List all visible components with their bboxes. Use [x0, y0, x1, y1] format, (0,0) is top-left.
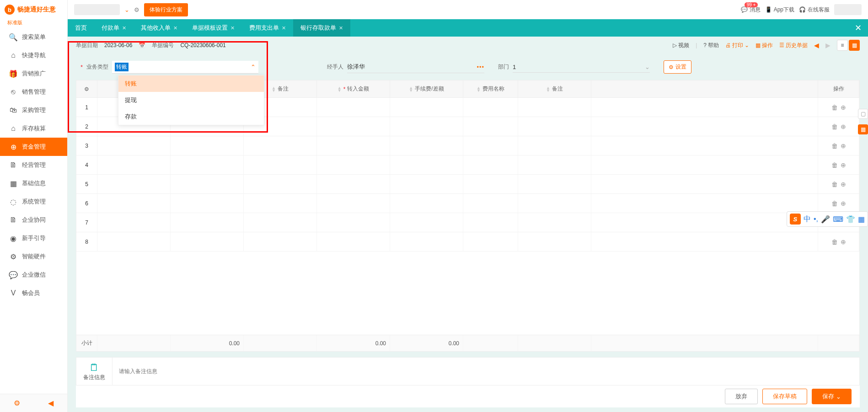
delete-icon[interactable]: 🗑	[831, 238, 838, 246]
th-fee[interactable]: ▲▼手续费/差额	[390, 80, 463, 97]
delete-icon[interactable]: 🗑	[831, 200, 838, 207]
messages-link[interactable]: 99 + 💬消息	[741, 6, 761, 14]
nav-quicknav[interactable]: ⌂快捷导航	[0, 46, 67, 64]
nav-sales[interactable]: ⎋销售管理	[0, 83, 67, 101]
add-icon[interactable]: ⊕	[841, 123, 846, 130]
chevron-down-icon[interactable]: ⌄	[124, 6, 129, 13]
nav-search-menu[interactable]: 🔍搜索菜单	[0, 28, 67, 46]
nav-operation[interactable]: 🗎经营管理	[0, 156, 67, 174]
calendar-icon[interactable]: 📅	[139, 42, 145, 48]
user-avatar-blurred[interactable]	[834, 4, 862, 15]
tab-payment[interactable]: 付款单✕	[94, 19, 134, 37]
nav-wechat[interactable]: 💬企业微信	[0, 266, 67, 284]
dropdown-option-withdraw[interactable]: 提现	[118, 92, 264, 108]
table-row[interactable]: 8🗑⊕	[76, 232, 859, 251]
nav-inventory[interactable]: ⌂库存核算	[0, 119, 67, 138]
help-link[interactable]: ?帮助	[703, 42, 719, 49]
ime-keyboard-icon[interactable]: ⌨	[833, 215, 843, 224]
settings-icon[interactable]: ⚙	[14, 399, 20, 407]
add-icon[interactable]: ⊕	[841, 161, 846, 169]
dropdown-option-deposit[interactable]: 存款	[118, 108, 264, 125]
add-icon[interactable]: ⊕	[841, 104, 846, 111]
company-selector-blurred[interactable]	[74, 4, 120, 15]
delete-icon[interactable]: 🗑	[831, 104, 838, 111]
abandon-button[interactable]: 放弃	[725, 389, 758, 404]
remark-input[interactable]	[112, 358, 859, 385]
tab-other-income[interactable]: 其他收入单✕	[134, 19, 185, 37]
nav-member[interactable]: V畅会员	[0, 284, 67, 302]
tab-home[interactable]: 首页	[68, 19, 94, 37]
add-icon[interactable]: ⊕	[841, 142, 846, 150]
nav-system[interactable]: ◌系统管理	[0, 193, 67, 211]
dept-input[interactable]: 1 ⌄	[513, 62, 650, 73]
table-row[interactable]: 7🗑⊕	[76, 213, 859, 232]
settings-button[interactable]: ⚙设置	[664, 60, 691, 74]
handler-input[interactable]: 徐泽华 •••	[347, 61, 484, 73]
ime-mic-icon[interactable]: 🎤	[821, 215, 830, 224]
print-link[interactable]: 🖨打印⌄	[725, 42, 749, 49]
th-gear[interactable]: ⚙	[76, 80, 97, 97]
app-download-link[interactable]: 📱App下载	[765, 6, 794, 14]
grid-view-icon[interactable]: ▦	[849, 40, 860, 51]
doc-date-value[interactable]: 2023-06-06	[104, 42, 132, 48]
dock-item-1[interactable]: ▢	[858, 109, 868, 119]
nav-marketing[interactable]: 🎁营销推广	[0, 64, 67, 83]
close-icon[interactable]: ✕	[339, 25, 343, 31]
save-button[interactable]: 保存⌄	[812, 389, 852, 404]
prev-doc-icon[interactable]: ◀	[814, 42, 819, 49]
ime-toolbar[interactable]: S 中 •, 🎤 ⌨ 👕 ▦	[787, 211, 868, 227]
view-toggle: ≡ ▦	[837, 40, 860, 51]
add-icon[interactable]: ⊕	[841, 181, 846, 188]
nav-enterprise[interactable]: 🗎企业协同	[0, 211, 67, 229]
th-remark2[interactable]: ▲▼备注	[518, 80, 591, 97]
more-icon[interactable]: •••	[477, 64, 484, 70]
tab-expense[interactable]: 费用支出单✕	[242, 19, 293, 37]
close-icon[interactable]: ✕	[122, 25, 126, 31]
biz-type-select[interactable]: 转账 ⌃	[112, 61, 258, 74]
add-icon[interactable]: ⊕	[841, 238, 846, 246]
delete-icon[interactable]: 🗑	[831, 181, 838, 188]
table-row[interactable]: 3🗑⊕	[76, 136, 859, 155]
dropdown-option-transfer[interactable]: 转账	[118, 75, 264, 92]
delete-icon[interactable]: 🗑	[831, 161, 838, 169]
remark-label-area: 🗒 备注信息	[76, 362, 112, 381]
close-icon[interactable]: ✕	[230, 25, 235, 31]
gear-icon[interactable]: ⚙	[134, 6, 139, 13]
th-in-amount[interactable]: ▲▼*转入金额	[317, 80, 390, 97]
nav-list: 🔍搜索菜单 ⌂快捷导航 🎁营销推广 ⎋销售管理 🛍采购管理 ⌂库存核算 ⊕资金管…	[0, 28, 67, 394]
nav-basicinfo[interactable]: ▦基础信息	[0, 174, 67, 193]
online-cs-link[interactable]: 🎧在线客服	[799, 6, 830, 14]
list-view-icon[interactable]: ≡	[837, 40, 848, 51]
close-icon[interactable]: ✕	[282, 25, 286, 31]
dock-item-2[interactable]: ▦	[858, 124, 868, 134]
ime-zh-icon[interactable]: 中	[804, 214, 811, 224]
collapse-icon[interactable]: ◀	[48, 399, 54, 407]
table-row[interactable]: 5🗑⊕	[76, 175, 859, 194]
trial-button[interactable]: 体验行业方案	[144, 3, 188, 16]
add-icon[interactable]: ⊕	[841, 200, 846, 207]
tabs-close-all[interactable]: ✕	[848, 19, 868, 37]
table-row[interactable]: 4🗑⊕	[76, 155, 859, 175]
video-link[interactable]: ▷视频	[673, 42, 689, 49]
delete-icon[interactable]: 🗑	[831, 123, 838, 130]
nav-guide[interactable]: ◉新手引导	[0, 229, 67, 247]
topbar: ⌄ ⚙ 体验行业方案 99 + 💬消息 📱App下载 🎧在线客服	[68, 0, 868, 19]
close-icon[interactable]: ✕	[173, 25, 177, 31]
nav-purchase[interactable]: 🛍采购管理	[0, 101, 67, 119]
th-fee-name[interactable]: ▲▼费用名称	[463, 80, 518, 97]
operate-link[interactable]: ▦操作	[755, 42, 773, 49]
nav-hardware[interactable]: ⚙智能硬件	[0, 247, 67, 266]
house-icon: ⌂	[9, 124, 17, 133]
next-doc-icon[interactable]: ▶	[825, 42, 830, 49]
nav-funds[interactable]: ⊕资金管理	[0, 138, 67, 156]
delete-icon[interactable]: 🗑	[831, 142, 838, 150]
ime-skin-icon[interactable]: 👕	[846, 215, 855, 224]
table-row[interactable]: 6🗑⊕	[76, 194, 859, 213]
ime-punct-icon[interactable]: •,	[814, 215, 818, 223]
ime-menu-icon[interactable]: ▦	[858, 215, 865, 224]
tab-bank-deposit[interactable]: 银行存取款单✕	[293, 19, 350, 37]
tab-template[interactable]: 单据模板设置✕	[185, 19, 242, 37]
logo: b 畅捷通好生意	[0, 0, 67, 19]
history-link[interactable]: ☰历史单据	[779, 42, 808, 49]
save-draft-button[interactable]: 保存草稿	[762, 389, 807, 404]
